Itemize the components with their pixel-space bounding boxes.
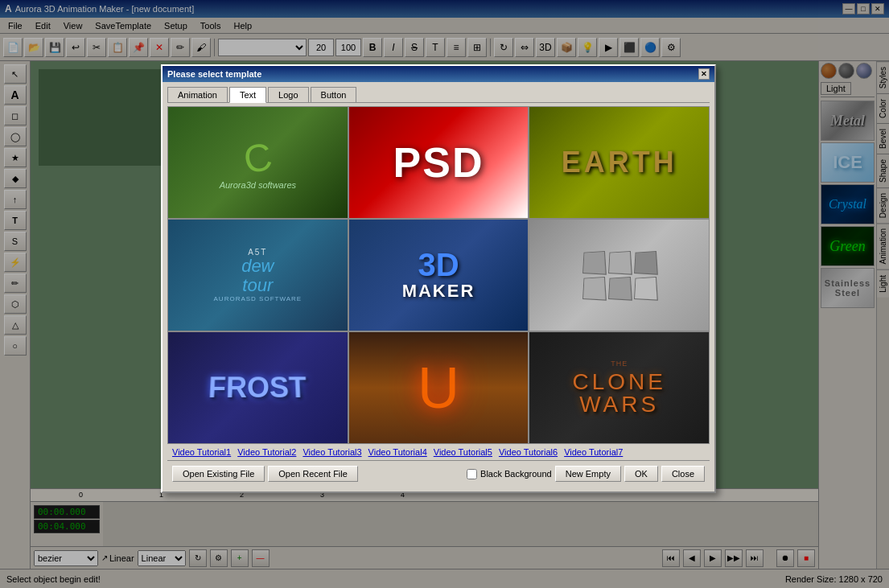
tutorial-4[interactable]: Video Tutorial4	[368, 447, 427, 457]
open-recent-button[interactable]: Open Recent File	[268, 466, 358, 482]
black-bg-checkbox[interactable]	[467, 469, 477, 479]
tab-logo[interactable]: Logo	[268, 87, 308, 102]
open-existing-button[interactable]: Open Existing File	[172, 466, 265, 482]
modal-title-bar: Please select template ✕	[163, 66, 714, 82]
modal-title-text: Please select template	[167, 69, 261, 79]
tutorial-3[interactable]: Video Tutorial3	[303, 447, 361, 457]
modal-tabs: Animation Text Logo Button	[167, 87, 710, 103]
template-psd[interactable]: PSD	[349, 107, 529, 218]
template-frost[interactable]: FROST	[168, 332, 348, 443]
tab-button[interactable]: Button	[311, 87, 357, 102]
tutorial-5[interactable]: Video Tutorial5	[434, 447, 492, 457]
ok-button[interactable]: OK	[624, 466, 658, 482]
modal-close-button[interactable]: ✕	[698, 68, 710, 80]
tab-text[interactable]: Text	[229, 87, 266, 103]
close-modal-button[interactable]: Close	[661, 466, 705, 482]
tutorials: Video Tutorial1 Video Tutorial2 Video Tu…	[167, 444, 710, 460]
tutorial-6[interactable]: Video Tutorial6	[499, 447, 558, 457]
template-dew[interactable]: A5T dewtour AURORASD SOFTWARE	[168, 220, 348, 331]
black-bg-label: Black Background	[480, 469, 552, 479]
new-empty-button[interactable]: New Empty	[555, 466, 621, 482]
template-3dmaker[interactable]: 3D MAKER	[349, 220, 529, 331]
tutorial-2[interactable]: Video Tutorial2	[237, 447, 296, 457]
template-modal: Please select template ✕ Animation Text …	[161, 64, 716, 493]
modal-footer-left: Open Existing File Open Recent File	[172, 466, 358, 482]
template-3d-blocks[interactable]	[529, 220, 709, 331]
tutorial-7[interactable]: Video Tutorial7	[564, 447, 623, 457]
template-aurora3d[interactable]: C Aurora3d softwares	[168, 107, 348, 218]
modal-footer: Open Existing File Open Recent File Blac…	[167, 460, 710, 487]
tutorial-1[interactable]: Video Tutorial1	[172, 447, 231, 457]
template-grid: C Aurora3d softwares PSD EARTH A5T dewto…	[167, 106, 710, 444]
template-fire[interactable]: U	[349, 332, 529, 443]
modal-footer-right: Black Background New Empty OK Close	[467, 466, 705, 482]
template-clone[interactable]: THE CLONEWARS	[529, 332, 709, 443]
modal-overlay: Please select template ✕ Animation Text …	[0, 0, 889, 588]
template-earth[interactable]: EARTH	[529, 107, 709, 218]
modal-body: Animation Text Logo Button C Aurora3d so…	[163, 82, 714, 491]
tab-animation[interactable]: Animation	[167, 87, 228, 102]
